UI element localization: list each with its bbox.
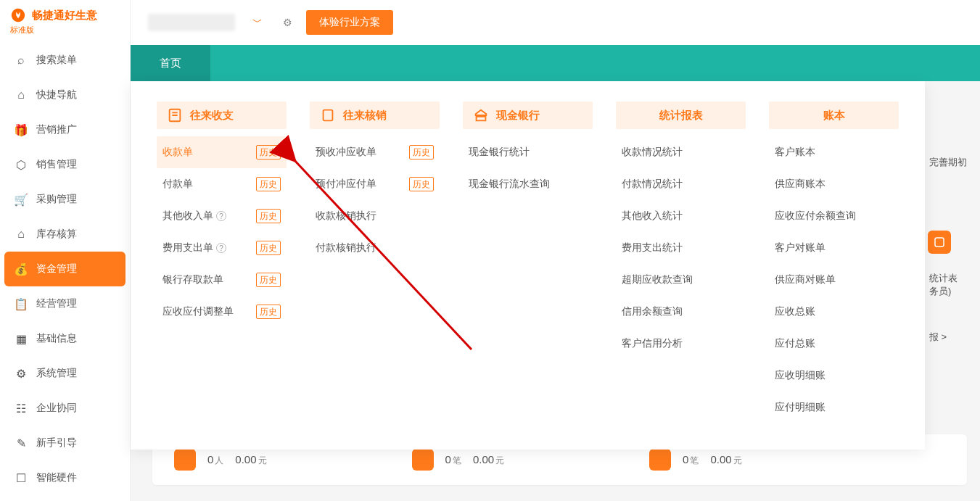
bank-icon: [473, 107, 489, 123]
history-badge[interactable]: 历史: [256, 241, 281, 255]
receipt-icon: [167, 107, 183, 123]
sidebar-item-hardware[interactable]: ☐智能硬件: [0, 460, 130, 495]
history-badge[interactable]: 历史: [256, 177, 281, 191]
settings-gear-icon[interactable]: ⚙: [280, 15, 295, 30]
menu-item-balance-query[interactable]: 应收应付余额查询: [769, 200, 899, 232]
menu-item-receipt[interactable]: 收款单历史: [157, 136, 287, 168]
menu-item-adjust[interactable]: 应收应付调整单历史: [157, 296, 287, 328]
sidebar-item-purchase[interactable]: 🛒采购管理: [0, 182, 130, 217]
sidebar-item-operation[interactable]: 📋经营管理: [0, 286, 130, 321]
industry-plan-button[interactable]: 体验行业方案: [306, 10, 393, 35]
funding-megamenu: 往来收支 收款单历史 付款单历史 其他收入单?历史 费用支出单?历史 银行存取款…: [131, 81, 925, 450]
menu-item-bank-transfer[interactable]: 银行存取款单历史: [157, 264, 287, 296]
sidebar-item-marketing[interactable]: 🎁营销推广: [0, 112, 130, 147]
megamenu-col-income-expense: 往来收支 收款单历史 付款单历史 其他收入单?历史 费用支出单?历史 银行存取款…: [145, 102, 298, 429]
help-icon[interactable]: ?: [216, 243, 226, 253]
stat-icon: [174, 449, 196, 471]
menu-item-customer-statement[interactable]: 客户对账单: [769, 232, 899, 264]
brand-name: 畅捷通好生意: [32, 9, 97, 22]
col-title: 账本: [823, 109, 845, 123]
right-hint-report[interactable]: 报 >: [929, 331, 980, 344]
menu-item-pay-exec[interactable]: 付款核销执行: [310, 232, 440, 264]
guide-icon: ✎: [15, 436, 28, 450]
menu-item-recv-exec[interactable]: 收款核销执行: [310, 200, 440, 232]
sidebar-item-label: 企业协同: [36, 402, 77, 415]
tab-home[interactable]: 首页: [131, 45, 210, 81]
menu-item-customer-ledger[interactable]: 客户账本: [769, 136, 899, 168]
history-badge[interactable]: 历史: [256, 145, 281, 160]
megamenu-col-cashbank: 现金银行 现金银行统计 现金银行流水查询: [451, 102, 604, 429]
menu-item-recv-detail[interactable]: 应收明细账: [769, 360, 899, 392]
menu-item-advance-recv[interactable]: 预收冲应收单历史: [310, 136, 440, 168]
tabbar: 首页: [131, 45, 980, 81]
writeoff-icon: [320, 107, 336, 123]
megamenu-col-header: 账本: [769, 102, 899, 129]
menu-item-supplier-ledger[interactable]: 供应商账本: [769, 168, 899, 200]
stat-icon: [649, 449, 671, 471]
svg-rect-1: [324, 110, 333, 121]
sidebar-item-basic[interactable]: ▦基础信息: [0, 321, 130, 356]
warehouse-icon: ⌂: [15, 228, 28, 241]
menu-item-recv-stats[interactable]: 收款情况统计: [616, 136, 746, 168]
sidebar-item-label: 新手引导: [36, 436, 77, 450]
team-icon: ☷: [15, 402, 28, 415]
menu-item-payment[interactable]: 付款单历史: [157, 168, 287, 200]
sidebar-item-sales[interactable]: ⬡销售管理: [0, 147, 130, 182]
menu-item-supplier-statement[interactable]: 供应商对账单: [769, 264, 899, 296]
stat-card-2: 0笔 0.00元: [412, 449, 505, 471]
megamenu-col-header: 往来收支: [157, 102, 287, 129]
sidebar-item-label: 销售管理: [36, 158, 77, 171]
sidebar-item-guide[interactable]: ✎新手引导: [0, 426, 130, 460]
menu-item-other-income-stats[interactable]: 其他收入统计: [616, 200, 746, 232]
sales-icon: ⬡: [15, 158, 28, 171]
sidebar-item-search[interactable]: ⌕搜索菜单: [0, 43, 130, 78]
sidebar-item-label: 系统管理: [36, 367, 77, 380]
money-icon: 💰: [15, 262, 28, 276]
megamenu-col-reports: 统计报表 收款情况统计 付款情况统计 其他收入统计 费用支出统计 超期应收款查询…: [604, 102, 757, 429]
menu-item-pay-detail[interactable]: 应付明细账: [769, 392, 899, 423]
menu-item-credit-analysis[interactable]: 客户信用分析: [616, 328, 746, 360]
menu-item-expense[interactable]: 费用支出单?历史: [157, 232, 287, 264]
brand-icon: [10, 7, 26, 23]
history-badge[interactable]: 历史: [256, 273, 281, 287]
right-hint-stats: 统计表: [929, 272, 980, 285]
sidebar-item-label: 经营管理: [36, 297, 77, 310]
menu-item-pay-ledger[interactable]: 应付总账: [769, 328, 899, 360]
sidebar-item-enterprise[interactable]: ☷企业协同: [0, 391, 130, 426]
history-badge[interactable]: 历史: [256, 305, 281, 319]
menu-item-cash-flow[interactable]: 现金银行流水查询: [463, 168, 593, 200]
sidebar-item-label: 智能硬件: [36, 471, 77, 484]
menu-item-overdue-query[interactable]: 超期应收款查询: [616, 264, 746, 296]
menu-item-advance-pay[interactable]: 预付冲应付单历史: [310, 168, 440, 200]
brand-edition: 标准版: [0, 25, 130, 36]
menu-item-credit-balance[interactable]: 信用余额查询: [616, 296, 746, 328]
right-floating-icon[interactable]: [928, 231, 951, 254]
history-badge[interactable]: 历史: [256, 209, 281, 223]
gear-icon: ⚙: [15, 367, 28, 380]
stat-card-3: 0笔 0.00元: [649, 449, 742, 471]
menu-item-pay-stats[interactable]: 付款情况统计: [616, 168, 746, 200]
grid-icon: ▦: [15, 332, 28, 345]
stat-card-1: 0人 0.00元: [174, 449, 267, 471]
megamenu-col-writeoff: 往来核销 预收冲应收单历史 预付冲应付单历史 收款核销执行 付款核销执行: [298, 102, 451, 429]
sidebar: 畅捷通好生意 标准版 ⌕搜索菜单 ⌂快捷导航 🎁营销推广 ⬡销售管理 🛒采购管理…: [0, 0, 131, 501]
sidebar-item-quicknav[interactable]: ⌂快捷导航: [0, 78, 130, 112]
help-icon[interactable]: ?: [216, 211, 226, 221]
history-badge[interactable]: 历史: [409, 145, 434, 160]
menu-item-expense-stats[interactable]: 费用支出统计: [616, 232, 746, 264]
menu-item-cash-stats[interactable]: 现金银行统计: [463, 136, 593, 168]
right-hint-initial: 完善期初: [929, 156, 980, 169]
chevron-down-icon[interactable]: ﹀: [247, 12, 268, 33]
menu-item-recv-ledger[interactable]: 应收总账: [769, 296, 899, 328]
history-badge[interactable]: 历史: [409, 177, 434, 191]
sidebar-item-funding[interactable]: 💰资金管理: [4, 252, 125, 286]
clipboard-icon: 📋: [15, 297, 28, 310]
menu-item-other-income[interactable]: 其他收入单?历史: [157, 200, 287, 232]
sidebar-item-label: 资金管理: [36, 262, 77, 276]
svg-rect-3: [935, 238, 944, 247]
sidebar-item-inventory[interactable]: ⌂库存核算: [0, 217, 130, 252]
topbar: ﹀ ⚙ 体验行业方案: [131, 0, 980, 45]
megamenu-col-header: 往来核销: [310, 102, 440, 129]
col-title: 统计报表: [659, 109, 703, 123]
sidebar-item-system[interactable]: ⚙系统管理: [0, 356, 130, 391]
